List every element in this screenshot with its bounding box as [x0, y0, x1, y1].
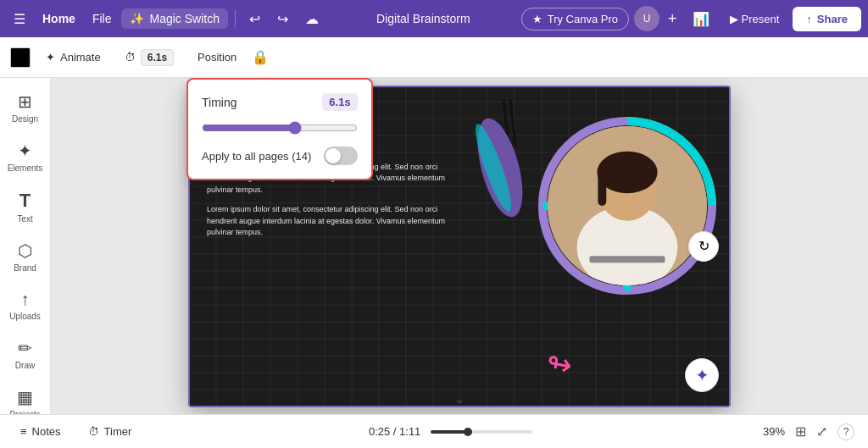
circular-image — [534, 113, 721, 299]
cloud-icon: ☁ — [305, 11, 319, 27]
zoom-level: 39% — [763, 425, 785, 438]
svg-rect-10 — [589, 256, 665, 263]
toggle-knob — [326, 148, 341, 163]
analytics-button[interactable]: 📊 — [686, 8, 716, 30]
menu-button[interactable]: ☰ — [7, 8, 32, 30]
sidebar-item-projects[interactable]: ▦ Projects — [3, 380, 47, 414]
apply-all-row: Apply to all pages (14) — [202, 147, 358, 165]
fullscreen-icon[interactable]: ⤢ — [816, 423, 827, 440]
lock-icon[interactable]: 🔒 — [252, 49, 269, 65]
home-label: Home — [42, 12, 75, 25]
progress-fill — [431, 430, 467, 434]
canvas-area: Timing Apply to all pages (14) Objective… — [51, 78, 868, 414]
bottom-center-section: 0:25 / 1:11 — [138, 425, 763, 438]
sidebar-item-draw-label: Draw — [15, 361, 35, 370]
main-area: ⊞ Design ✦ Elements T Text ⬡ Brand ↑ Upl… — [0, 78, 868, 414]
magic-switch-emoji: ✨ — [130, 12, 144, 25]
apply-all-toggle[interactable] — [324, 147, 358, 165]
notes-icon: ≡ — [20, 425, 27, 438]
pro-star-icon: ★ — [532, 13, 542, 25]
sidebar-item-text[interactable]: T Text — [3, 183, 47, 230]
brand-icon: ⬡ — [18, 241, 32, 261]
draw-icon: ✏ — [18, 338, 32, 358]
elements-icon: ✦ — [18, 141, 32, 161]
projects-icon: ▦ — [17, 387, 33, 407]
animate-button[interactable]: ✦ Animate — [37, 47, 109, 68]
nav-center: Digital Brainstorm — [329, 12, 518, 25]
share-icon: ↑ — [806, 13, 812, 25]
top-navigation: ☰ Home File ✨ Magic Switch ↩ ↪ ☁ Digital… — [0, 0, 868, 37]
bar-chart-icon: 📊 — [693, 11, 709, 27]
file-label: File — [92, 12, 112, 25]
magic-switch-label: Magic Switch — [149, 12, 219, 25]
home-button[interactable]: Home — [36, 8, 82, 29]
document-title: Digital Brainstorm — [376, 12, 470, 25]
scroll-handle[interactable]: ⌄ — [442, 390, 476, 407]
clock-icon: ⏱ — [125, 51, 136, 64]
progress-dot — [464, 428, 472, 436]
help-icon[interactable]: ? — [837, 423, 854, 440]
sidebar-item-draw[interactable]: ✏ Draw — [3, 331, 47, 377]
bottom-left-section: ≡ Notes ⏱ Timer — [14, 422, 138, 441]
cloud-save-button[interactable]: ☁ — [298, 8, 326, 30]
refresh-button[interactable]: ↻ — [688, 231, 719, 262]
text-icon: T — [19, 190, 31, 212]
sidebar-item-brand-label: Brand — [14, 263, 36, 273]
notes-label: Notes — [32, 425, 61, 438]
refresh-icon: ↻ — [698, 238, 709, 254]
progress-text: 0:25 / 1:11 — [369, 425, 420, 438]
left-sidebar: ⊞ Design ✦ Elements T Text ⬡ Brand ↑ Upl… — [0, 78, 51, 414]
uploads-icon: ↑ — [21, 290, 30, 309]
timing-popover: Timing Apply to all pages (14) — [186, 78, 373, 180]
bottom-right-section: 39% ⊞ ⤢ ? — [763, 423, 854, 440]
notes-button[interactable]: ≡ Notes — [14, 422, 68, 441]
animate-icon: ✦ — [46, 51, 55, 64]
redo-icon: ↪ — [277, 11, 288, 27]
apply-all-label: Apply to all pages (14) — [202, 150, 311, 163]
try-canva-pro-button[interactable]: ★ Try Canva Pro — [521, 8, 629, 30]
timing-button[interactable]: ⏱ 6.1s — [116, 45, 182, 70]
sidebar-item-design-label: Design — [12, 114, 38, 124]
file-button[interactable]: File — [86, 8, 119, 29]
sidebar-item-design[interactable]: ⊞ Design — [3, 85, 47, 130]
progress-bar[interactable] — [431, 430, 532, 434]
body-paragraph-2: Lorem ipsum dolor sit amet, consectetur … — [207, 204, 453, 239]
position-label: Position — [198, 51, 236, 64]
timer-button[interactable]: ⏱ Timer — [81, 422, 139, 441]
avatar[interactable]: U — [634, 6, 659, 31]
svg-rect-9 — [598, 172, 606, 206]
timing-row: Timing — [202, 93, 358, 111]
person-image — [548, 126, 707, 285]
present-icon: ▶ — [730, 13, 738, 25]
timing-popover-label: Timing — [202, 96, 237, 109]
add-people-button[interactable]: + — [665, 7, 681, 31]
timing-input[interactable] — [322, 93, 358, 111]
position-button[interactable]: Position — [189, 47, 245, 68]
present-label: Present — [742, 13, 780, 25]
add-fab-icon: ✦ — [695, 365, 709, 385]
grid-view-icon[interactable]: ⊞ — [795, 423, 806, 440]
undo-button[interactable]: ↩ — [242, 8, 267, 30]
present-button[interactable]: ▶ Present — [721, 8, 788, 30]
timing-slider[interactable] — [202, 121, 358, 135]
brush-strokes-decoration — [475, 113, 526, 223]
timer-label: Timer — [104, 425, 132, 438]
scroll-chevron-icon: ⌄ — [454, 392, 465, 406]
redo-button[interactable]: ↪ — [270, 8, 295, 30]
share-button[interactable]: ↑ Share — [793, 7, 861, 31]
add-fab-button[interactable]: ✦ — [685, 358, 719, 392]
design-icon: ⊞ — [18, 91, 32, 112]
timing-badge: 6.1s — [141, 49, 174, 66]
color-swatch[interactable] — [10, 47, 31, 68]
sidebar-item-brand[interactable]: ⬡ Brand — [3, 234, 47, 279]
sidebar-item-text-label: Text — [17, 214, 32, 224]
timer-icon: ⏱ — [88, 425, 99, 438]
bottom-bar: ≡ Notes ⏱ Timer 0:25 / 1:11 39% ⊞ ⤢ ? — [0, 414, 868, 448]
sidebar-item-uploads[interactable]: ↑ Uploads — [3, 283, 47, 328]
sidebar-item-elements[interactable]: ✦ Elements — [3, 134, 47, 180]
magic-switch-button[interactable]: ✨ Magic Switch — [121, 8, 227, 29]
nav-divider-1 — [235, 10, 236, 27]
nav-right-section: ★ Try Canva Pro U + 📊 ▶ Present ↑ Share — [521, 6, 861, 31]
secondary-toolbar: ✦ Animate ⏱ 6.1s Position 🔒 — [0, 37, 868, 78]
sidebar-item-elements-label: Elements — [8, 163, 43, 173]
